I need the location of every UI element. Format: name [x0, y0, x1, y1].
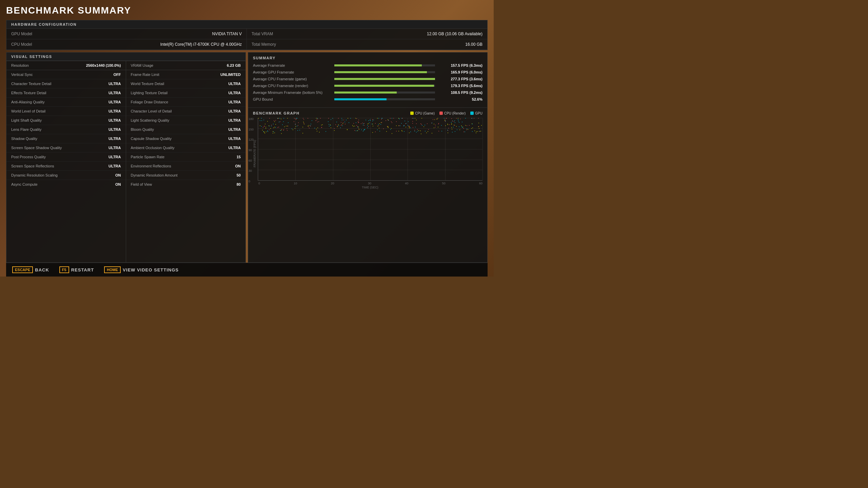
- scatter-dot: [319, 132, 320, 133]
- scatter-dot: [364, 129, 365, 130]
- setting-label: World Texture Detail: [131, 82, 229, 86]
- scatter-dot: [463, 131, 464, 132]
- graph-header: BENCHMARK GRAPH CPU (Game)CPU (Render)GP…: [253, 111, 482, 115]
- legend: CPU (Game)CPU (Render)GPU: [410, 111, 482, 115]
- setting-label: Environment Reflections: [131, 164, 235, 168]
- setting-label: Light Scattering Quality: [131, 118, 229, 122]
- scatter-dot: [478, 123, 479, 123]
- scatter-dot: [266, 131, 267, 132]
- scatter-dot: [465, 131, 465, 132]
- scatter-dot: [328, 121, 329, 122]
- scatter-dot: [404, 125, 405, 126]
- scatter-dot: [417, 131, 418, 131]
- legend-dot: [470, 111, 474, 115]
- scatter-dot: [467, 125, 467, 126]
- hw-value-gpu: NVIDIA TITAN V: [212, 32, 242, 36]
- scatter-dot: [363, 125, 363, 125]
- scatter-dot: [357, 126, 358, 127]
- graph-title: BENCHMARK GRAPH: [253, 111, 410, 115]
- scatter-dot: [298, 125, 298, 126]
- scatter-dot: [263, 131, 264, 132]
- right-setting-row: Foliage Draw DistanceULTRA: [126, 98, 246, 107]
- setting-label: Foliage Draw Distance: [131, 100, 229, 104]
- scatter-dot: [423, 126, 424, 127]
- scatter-dot: [274, 121, 275, 122]
- scatter-dot: [342, 125, 343, 126]
- scatter-dot: [363, 130, 364, 130]
- stat-bar-container: [334, 64, 435, 66]
- restart-action[interactable]: F5 RESTART: [59, 266, 94, 273]
- scatter-dot: [406, 127, 406, 127]
- scatter-dot: [402, 131, 402, 131]
- scatter-dot: [454, 125, 455, 126]
- scatter-dot: [441, 125, 442, 126]
- scatter-dot: [261, 126, 262, 127]
- x-label: 30: [368, 182, 371, 185]
- scatter-dot: [341, 122, 341, 123]
- left-setting-row: World Level of DetailULTRA: [6, 107, 126, 116]
- scatter-dot: [381, 119, 382, 120]
- legend-label: CPU (Render): [444, 111, 466, 115]
- scatter-dot: [331, 119, 331, 120]
- scatter-dot: [459, 129, 460, 130]
- escape-key: ESCAPE: [12, 266, 33, 273]
- scatter-dot: [458, 119, 458, 120]
- right-setting-row: Lighting Texture DetailULTRA: [126, 88, 246, 98]
- scatter-dot: [275, 120, 276, 121]
- setting-value: ON: [115, 173, 121, 177]
- right-setting-row: Bloom QualityULTRA: [126, 125, 246, 134]
- scatter-dot: [480, 131, 481, 131]
- stat-row: GPU Bound 52.6%: [253, 97, 482, 101]
- scatter-dot: [414, 130, 415, 130]
- scatter-dot: [264, 126, 265, 126]
- scatter-dot: [298, 122, 299, 123]
- video-settings-action[interactable]: HOME VIEW VIDEO SETTINGS: [104, 266, 179, 273]
- bottom-bar: ESCAPE BACK F5 RESTART HOME VIEW VIDEO S…: [6, 263, 488, 277]
- right-section: SUMMARY Average Framerate 157.5 FPS (6.3…: [248, 52, 488, 263]
- grid-line-v: [445, 118, 446, 180]
- grid-line-h: [258, 180, 482, 181]
- scatter-dot: [346, 120, 347, 120]
- scatter-dot: [342, 120, 342, 120]
- scatter-dot: [304, 124, 304, 124]
- grid-line-v: [258, 118, 258, 180]
- scatter-dot: [451, 124, 452, 125]
- stat-label: Average Minimum Framerate (bottom 5%): [253, 90, 331, 95]
- stat-row: Average Minimum Framerate (bottom 5%) 10…: [253, 90, 482, 95]
- scatter-dot: [343, 122, 343, 123]
- scatter-dot: [373, 120, 374, 120]
- scatter-dot: [454, 125, 454, 125]
- vram-usage-value: 6.23 GB: [227, 63, 241, 67]
- right-setting-row: Capsule Shadow QualityULTRA: [126, 134, 246, 143]
- left-setting-row: Post Process QualityULTRA: [6, 152, 126, 162]
- setting-value: ULTRA: [229, 146, 241, 150]
- scatter-dot: [297, 126, 297, 126]
- scatter-dot: [316, 129, 317, 129]
- scatter-dot: [386, 120, 386, 121]
- setting-label: Particle Spawn Rate: [131, 155, 237, 159]
- scatter-dot: [359, 129, 359, 130]
- scatter-dot: [273, 127, 274, 128]
- setting-value: ULTRA: [229, 127, 241, 131]
- scatter-dot: [303, 123, 304, 123]
- setting-label: World Level of Detail: [11, 109, 108, 113]
- resolution-setting: Resolution 868x488 (100.0%): [6, 61, 126, 70]
- right-setting-row: Frame Rate LimitUNLIMITED: [126, 70, 246, 79]
- scatter-dot: [477, 131, 478, 132]
- right-setting-row: Dynamic Resolution Amount50: [126, 171, 246, 180]
- setting-value: 80: [237, 182, 241, 186]
- hw-row-memory: Total Memory 16.00 GB: [247, 39, 487, 50]
- setting-value: 15: [237, 155, 241, 159]
- y-label: 120: [249, 138, 254, 141]
- scatter-dot: [302, 127, 303, 127]
- scatter-dot: [428, 129, 429, 130]
- scatter-dot: [275, 127, 276, 128]
- scatter-dot: [283, 129, 284, 130]
- scatter-dot: [422, 125, 422, 126]
- scatter-dot: [375, 131, 376, 132]
- scatter-dot: [396, 125, 397, 126]
- y-label: 90: [249, 148, 252, 152]
- scatter-dot: [312, 120, 312, 121]
- back-action[interactable]: ESCAPE BACK: [12, 266, 49, 273]
- scatter-dot: [317, 122, 318, 122]
